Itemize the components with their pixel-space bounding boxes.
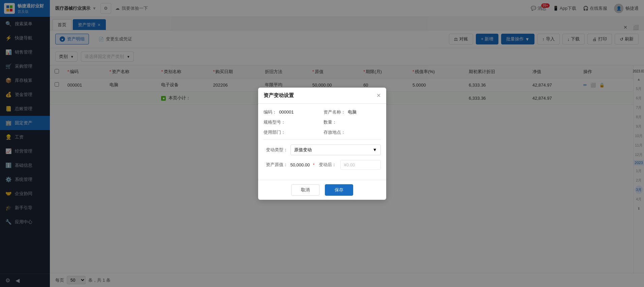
department-label: 使用部门： [264,129,321,135]
required-star: * [313,162,314,167]
change-type-value: 原值变动 [294,147,312,153]
modal-footer: 取消 保存 [258,180,386,200]
modal-col-quantity: 数量： [324,119,381,125]
modal-divider [264,139,381,140]
original-value-display: 50,000.00 [290,162,310,167]
modal-field-original-value: 资产原值： 50,000.00 * 变动后： [264,160,381,170]
change-type-label: 变动类型： [264,147,288,153]
modal-col-code: 编码： 000001 [264,109,321,115]
code-label: 编码： [264,109,277,115]
modal-info-row-3: 使用部门： 存放地点： [264,129,381,135]
spec-label: 规格型号： [264,119,321,125]
name-label: 资产名称： [324,109,345,115]
modal-title: 资产变动设置 [264,92,294,99]
modal-col-location: 存放地点： [324,129,381,135]
change-type-select[interactable]: 原值变动 ▼ [290,145,381,155]
modal-field-change-type: 变动类型： 原值变动 ▼ [264,145,381,155]
after-change-input[interactable] [340,160,381,170]
quantity-label: 数量： [324,119,381,125]
name-value: 电脑 [348,109,357,115]
modal-col-dept: 使用部门： [264,129,321,135]
modal-body: 编码： 000001 资产名称： 电脑 规格型号： 数量： [258,104,386,180]
after-change-label: 变动后： [319,162,336,168]
modal-close-button[interactable]: ✕ [376,92,381,99]
modal-col-name: 资产名称： 电脑 [324,109,381,115]
cancel-button[interactable]: 取消 [291,184,319,196]
modal-info-row-2: 规格型号： 数量： [264,119,381,125]
save-button[interactable]: 保存 [325,184,353,196]
code-value: 000001 [279,109,294,115]
select-chevron-icon: ▼ [373,147,377,152]
location-label: 存放地点： [324,129,381,135]
modal-overlay: 资产变动设置 ✕ 编码： 000001 资产名称： 电脑 [0,0,644,287]
modal-header: 资产变动设置 ✕ [258,88,386,104]
modal-label-name: 资产名称： 电脑 [324,109,381,115]
asset-change-modal: 资产变动设置 ✕ 编码： 000001 资产名称： 电脑 [258,88,386,200]
modal-label-code: 编码： 000001 [264,109,321,115]
modal-info-row-1: 编码： 000001 资产名称： 电脑 [264,109,381,115]
original-value-label: 资产原值： [264,162,288,168]
modal-col-spec: 规格型号： [264,119,321,125]
